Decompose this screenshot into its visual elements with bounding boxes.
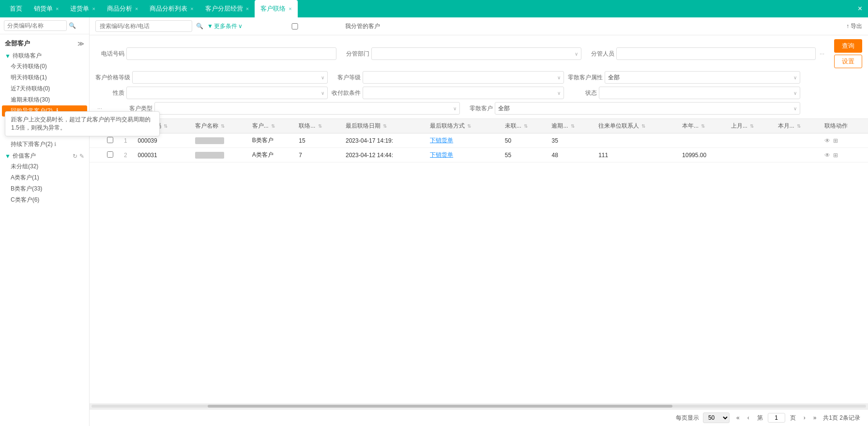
row-last-month <box>727 148 774 162</box>
more-conditions-button[interactable]: ▼ 更多条件 ∨ <box>207 22 243 30</box>
sidebar-search-area: 🔍 <box>0 17 89 34</box>
nav-home[interactable]: 首页 <box>4 0 28 17</box>
search-button[interactable]: 🔍 <box>196 23 203 29</box>
sidebar-item-7days[interactable]: 近7天待联络(0) <box>0 83 89 94</box>
row-this-year: 10995.00 <box>678 148 727 162</box>
sort-type-icon: ⇅ <box>271 123 275 129</box>
sort-overdue-icon: ⇅ <box>571 123 575 129</box>
last-page-btn[interactable]: » <box>810 413 820 422</box>
window-close-icon[interactable]: × <box>858 4 862 13</box>
search-input[interactable] <box>95 20 192 32</box>
select-status[interactable]: ∨ <box>599 87 800 99</box>
last-method-link[interactable]: 下销货单 <box>430 137 453 144</box>
my-customers-filter: 我分管的客户 <box>246 22 380 30</box>
select-nature[interactable]: ∨ <box>126 87 328 99</box>
col-last-date[interactable]: 最后联络日期 ⇅ <box>342 119 426 133</box>
sidebar-item-class-a[interactable]: A类客户(1) <box>0 172 89 183</box>
scroll-thumb[interactable] <box>208 405 672 408</box>
col-this-month[interactable]: 本月... ⇅ <box>774 119 821 133</box>
select-customer-type[interactable]: ∨ <box>154 102 460 115</box>
nav-sales-order[interactable]: 销货单 × <box>28 0 64 17</box>
export-button[interactable]: ↑ 导出 <box>846 22 862 30</box>
nav-customer-tier[interactable]: 客户分层经营 × <box>199 0 255 17</box>
select-retail-customer[interactable]: 全部 ∨ <box>495 102 800 115</box>
close-purchase-order-icon[interactable]: × <box>92 6 95 12</box>
sidebar-body: 全部客户 ≫ ▼ 待联络客户 今天待联络(0) 明天待联络(1) 近7天待联络(… <box>0 34 89 426</box>
row-name <box>191 148 248 162</box>
close-product-analysis-list-icon[interactable]: × <box>190 6 193 12</box>
horizontal-scrollbar[interactable] <box>90 403 868 409</box>
action-grid-icon[interactable]: ⊞ <box>833 137 838 144</box>
top-navigation: 首页 销货单 × 进货单 × 商品分析 × 商品分析列表 × 客户分层经营 × … <box>0 0 868 17</box>
select-dept[interactable]: ∨ <box>371 47 581 60</box>
per-page-select[interactable]: 50 100 200 <box>703 412 730 423</box>
row-checkbox-cell <box>103 148 117 162</box>
last-method-link[interactable]: 下销货单 <box>430 151 453 158</box>
close-customer-contact-icon[interactable]: × <box>289 6 291 12</box>
sidebar-item-tomorrow[interactable]: 明天待联络(1) <box>0 72 89 83</box>
nav-product-analysis-list[interactable]: 商品分析列表 × <box>144 0 199 17</box>
sidebar-item-class-c[interactable]: C类客户(6) <box>0 194 89 206</box>
edit-icon[interactable]: ✎ <box>79 153 84 160</box>
input-phone[interactable] <box>126 47 336 60</box>
col-customer-type[interactable]: 客户... ⇅ <box>248 119 295 133</box>
sidebar-item-declining[interactable]: 持续下滑客户(2) ℹ <box>0 139 89 150</box>
sidebar-item-overdue[interactable]: 逾期未联络(30) <box>0 94 89 105</box>
more-person-icon[interactable]: ··· <box>818 50 826 57</box>
select-retail-attr[interactable]: 全部 ∨ <box>605 71 800 84</box>
row-checkbox[interactable] <box>107 151 113 158</box>
query-button[interactable]: 查询 <box>834 39 862 53</box>
select-customer-level[interactable]: ∨ <box>363 71 564 84</box>
chevron-payment-icon: ∨ <box>557 90 561 96</box>
select-price-level[interactable]: ∨ <box>132 71 328 84</box>
col-last-method[interactable]: 最后联络方式 ⇅ <box>426 119 501 133</box>
col-company-contact[interactable]: 往来单位联系人 ⇅ <box>594 119 678 133</box>
next-page-btn[interactable]: › <box>801 413 808 422</box>
col-name[interactable]: 客户名称 ⇅ <box>191 119 248 133</box>
row-checkbox[interactable] <box>107 137 113 143</box>
close-product-analysis-icon[interactable]: × <box>135 6 138 12</box>
arrow-down-icon: ▼ <box>5 53 11 59</box>
field-price-level: 客户价格等级 ∨ <box>95 71 328 84</box>
advanced-filter-panel: 电话号码 分管部门 ∨ 分管人员 ··· 查询 设置 <box>90 35 868 119</box>
prev-page-btn[interactable]: ‹ <box>745 413 752 422</box>
label-dept: 分管部门 <box>340 50 369 58</box>
action-eye-icon[interactable]: 👁 <box>824 137 830 144</box>
action-grid-icon[interactable]: ⊞ <box>833 152 838 159</box>
page-number-input[interactable] <box>768 413 785 423</box>
close-sales-order-icon[interactable]: × <box>56 6 59 12</box>
sidebar-search-button[interactable]: 🔍 <box>69 22 76 29</box>
sidebar-item-unclassified[interactable]: 未分组(32) <box>0 161 89 172</box>
refresh-icon[interactable]: ↻ <box>73 153 77 160</box>
row-last-method: 下销货单 <box>426 148 501 162</box>
col-contact-count[interactable]: 联络... ⇅ <box>295 119 342 133</box>
sidebar-section-pending[interactable]: ▼ 待联络客户 <box>0 50 89 61</box>
sidebar-collapse-icon[interactable]: ≫ <box>77 40 84 47</box>
col-uncontacted[interactable]: 未联... ⇅ <box>501 119 548 133</box>
sidebar-item-today[interactable]: 今天待联络(0) <box>0 61 89 72</box>
col-overdue[interactable]: 逾期... ⇅ <box>548 119 594 133</box>
col-last-month[interactable]: 上月... ⇅ <box>727 119 774 133</box>
chevron-dept-icon: ∨ <box>575 51 578 57</box>
close-customer-tier-icon[interactable]: × <box>246 6 249 12</box>
chevron-retail-customer-icon: ∨ <box>793 106 797 111</box>
nav-product-analysis[interactable]: 商品分析 × <box>101 0 144 17</box>
nav-purchase-order[interactable]: 进货单 × <box>64 0 101 17</box>
my-customers-checkbox[interactable] <box>246 23 343 29</box>
input-person[interactable] <box>616 47 816 60</box>
sort-date-icon: ⇅ <box>383 123 387 129</box>
sort-year-icon: ⇅ <box>701 123 705 129</box>
action-eye-icon[interactable]: 👁 <box>824 152 830 159</box>
chevron-retail-icon: ∨ <box>793 75 797 80</box>
select-payment[interactable]: ∨ <box>363 87 564 99</box>
col-this-year[interactable]: 本年... ⇅ <box>678 119 727 133</box>
extra-filters-icon[interactable]: ··· <box>95 105 104 112</box>
row-company-contact <box>594 133 678 148</box>
sidebar-search-input[interactable] <box>4 20 67 31</box>
row-actions: 👁 ⊞ <box>821 148 868 162</box>
first-page-btn[interactable]: « <box>733 413 743 422</box>
sidebar-item-class-b[interactable]: B类客户(33) <box>0 183 89 194</box>
settings-button[interactable]: 设置 <box>834 55 862 68</box>
filter-action-buttons: 查询 设置 <box>834 39 862 68</box>
nav-customer-contact[interactable]: 客户联络 × <box>255 0 297 17</box>
